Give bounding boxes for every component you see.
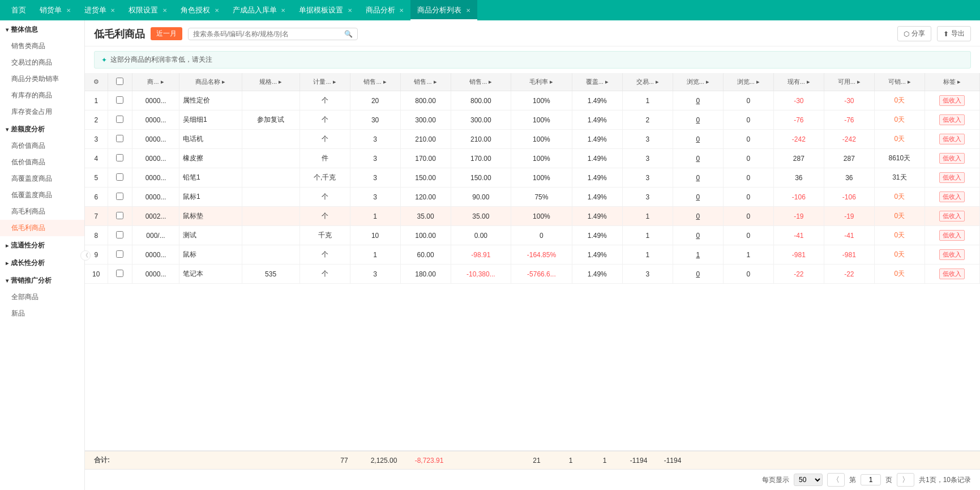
page-size-select[interactable]: 50 100 200 — [794, 474, 823, 486]
nav-sales-close[interactable]: ✕ — [66, 7, 71, 14]
sidebar-collapse-btn[interactable]: 《 — [80, 250, 91, 261]
row-view1[interactable]: 0 — [673, 110, 723, 130]
row-sales-amount: 100.00 — [400, 226, 451, 245]
col-spec[interactable]: 规格... ▸ — [242, 73, 299, 91]
row-checkbox[interactable] — [108, 168, 132, 188]
row-checkbox[interactable] — [108, 91, 132, 110]
nav-goods-analysis[interactable]: 商品分析 ✕ — [359, 0, 411, 20]
sidebar-item-low-margin[interactable]: 低毛利商品 — [0, 220, 84, 236]
row-view1[interactable]: 0 — [673, 149, 723, 168]
row-view1[interactable]: 1 — [673, 245, 723, 265]
row-checkbox[interactable] — [108, 188, 132, 207]
nav-goods-analysis-list[interactable]: 商品分析列表 ✕ — [410, 0, 477, 20]
sidebar-group-margin-title[interactable]: ▾ 差额度分析 — [0, 120, 84, 138]
row-checkbox[interactable] — [108, 149, 132, 168]
nav-role-close[interactable]: ✕ — [215, 7, 219, 14]
row-select-checkbox[interactable] — [116, 270, 123, 277]
nav-home[interactable]: 首页 — [5, 0, 33, 20]
row-checkbox[interactable] — [108, 110, 132, 130]
sidebar-item-high-coverage[interactable]: 高覆盖度商品 — [0, 171, 84, 187]
arrow-right-icon-2: ▸ — [6, 260, 8, 266]
col-available[interactable]: 可用... ▸ — [824, 73, 874, 91]
select-all-checkbox[interactable] — [116, 78, 123, 85]
row-select-checkbox[interactable] — [116, 154, 123, 161]
row-view1[interactable]: 0 — [673, 207, 723, 226]
row-checkbox[interactable] — [108, 130, 132, 149]
sidebar-item-high-value[interactable]: 高价值商品 — [0, 138, 84, 154]
search-icon[interactable]: 🔍 — [344, 30, 353, 38]
sidebar-item-category-rate[interactable]: 商品分类助销率 — [0, 71, 84, 87]
sidebar-item-high-margin[interactable]: 高毛利商品 — [0, 203, 84, 220]
col-gross-margin[interactable]: 毛利率 ▸ — [511, 73, 572, 91]
sidebar-item-all-goods[interactable]: 全部商品 — [0, 289, 84, 305]
row-select-checkbox[interactable] — [116, 231, 123, 238]
col-code[interactable]: 商... ▸ — [132, 73, 179, 91]
col-sellable[interactable]: 可销... ▸ — [874, 73, 925, 91]
col-view2[interactable]: 浏览... ▸ — [723, 73, 773, 91]
row-code: 0000... — [132, 265, 179, 284]
sidebar-item-new-goods[interactable]: 新品 — [0, 305, 84, 322]
footer-spacer7 — [452, 457, 486, 465]
sidebar-item-low-value[interactable]: 低价值商品 — [0, 154, 84, 171]
col-coverage[interactable]: 覆盖... ▸ — [572, 73, 622, 91]
sidebar-group-liquidity-title[interactable]: ▸ 流通性分析 — [0, 236, 84, 254]
row-checkbox[interactable] — [108, 207, 132, 226]
nav-template[interactable]: 单据模板设置 ✕ — [292, 0, 359, 20]
next-page-btn[interactable]: 〉 — [897, 473, 914, 487]
nav-purchase-close[interactable]: ✕ — [110, 7, 115, 14]
col-name[interactable]: 商品名称 ▸ — [179, 73, 242, 91]
col-transaction[interactable]: 交易... ▸ — [622, 73, 673, 91]
nav-product-entry-close[interactable]: ✕ — [281, 7, 285, 14]
col-sales-amount[interactable]: 销售... ▸ — [400, 73, 451, 91]
col-settings[interactable]: ⚙ — [85, 73, 108, 91]
row-checkbox[interactable] — [108, 245, 132, 265]
row-view1[interactable]: 0 — [673, 188, 723, 207]
nav-permission-close[interactable]: ✕ — [162, 7, 167, 14]
sidebar-group-overall-title[interactable]: ▾ 整体信息 — [0, 20, 84, 38]
sidebar-item-traded-goods[interactable]: 交易过的商品 — [0, 54, 84, 71]
page-number-input[interactable] — [861, 474, 881, 485]
sidebar-item-stock-capital[interactable]: 库存资金占用 — [0, 104, 84, 120]
nav-permission[interactable]: 权限设置 ✕ — [122, 0, 174, 20]
col-unit[interactable]: 计量... ▸ — [299, 73, 350, 91]
row-tag: 低收入 — [925, 245, 979, 265]
nav-role[interactable]: 角色授权 ✕ — [174, 0, 226, 20]
sidebar-item-low-coverage[interactable]: 低覆盖度商品 — [0, 187, 84, 203]
nav-goods-analysis-close[interactable]: ✕ — [399, 7, 404, 14]
row-select-checkbox[interactable] — [116, 212, 123, 219]
col-sales-count[interactable]: 销售... ▸ — [350, 73, 400, 91]
row-select-checkbox[interactable] — [116, 250, 123, 258]
sidebar-item-stock-goods[interactable]: 有库存的商品 — [0, 87, 84, 104]
export-button[interactable]: ⬆ 导出 — [937, 26, 971, 41]
row-select-checkbox[interactable] — [116, 135, 123, 142]
row-select-checkbox[interactable] — [116, 193, 123, 200]
row-view1[interactable]: 0 — [673, 226, 723, 245]
sidebar-group-marketing-title[interactable]: ▾ 营销推广分析 — [0, 271, 84, 289]
row-view1[interactable]: 0 — [673, 168, 723, 188]
nav-sales[interactable]: 销货单 ✕ — [33, 0, 78, 20]
row-select-checkbox[interactable] — [116, 116, 123, 123]
search-input[interactable] — [193, 30, 344, 38]
col-current[interactable]: 现有... ▸ — [773, 73, 824, 91]
row-select-checkbox[interactable] — [116, 173, 123, 181]
row-checkbox[interactable] — [108, 226, 132, 245]
col-sales-profit[interactable]: 销售... ▸ — [451, 73, 511, 91]
share-button[interactable]: ⬡ 分享 — [897, 26, 931, 41]
row-checkbox[interactable] — [108, 265, 132, 284]
nav-product-entry[interactable]: 产成品入库单 ✕ — [226, 0, 293, 20]
nav-template-close[interactable]: ✕ — [348, 7, 352, 14]
col-tag[interactable]: 标签 ▸ — [925, 73, 979, 91]
row-select-checkbox[interactable] — [116, 96, 123, 104]
col-checkbox[interactable] — [108, 73, 132, 91]
col-view1[interactable]: 浏览... ▸ — [673, 73, 723, 91]
prev-page-btn[interactable]: 〈 — [827, 473, 845, 487]
nav-goods-analysis-list-close[interactable]: ✕ — [466, 7, 470, 14]
row-view1[interactable]: 0 — [673, 265, 723, 284]
row-view1[interactable]: 0 — [673, 91, 723, 110]
date-filter-button[interactable]: 近一月 — [151, 27, 182, 40]
sidebar-group-growth-title[interactable]: ▸ 成长性分析 — [0, 254, 84, 271]
sidebar-item-sales-goods[interactable]: 销售类商品 — [0, 38, 84, 54]
nav-purchase[interactable]: 进货单 ✕ — [78, 0, 122, 20]
row-gross-margin: 100% — [511, 149, 572, 168]
row-view1[interactable]: 0 — [673, 130, 723, 149]
